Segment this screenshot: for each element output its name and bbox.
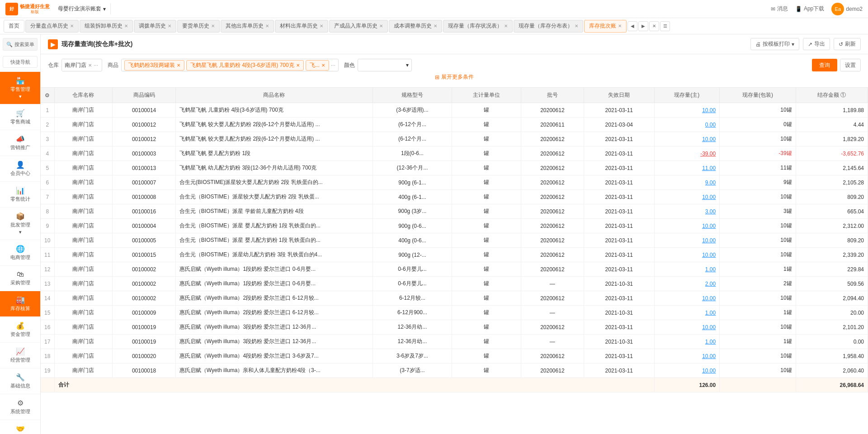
close-icon[interactable]: ✕: [504, 24, 508, 28]
qty-main-link[interactable]: 2.00: [705, 281, 716, 287]
product-chips[interactable]: 飞鹤奶粉3段两罐装 ✕ 飞鹤星飞帆 儿童奶粉 4段(3-6岁适用) 700克 ✕…: [121, 59, 339, 71]
tab-tiao-bo[interactable]: 调拨单历史 ✕: [134, 20, 176, 33]
close-icon[interactable]: ✕: [320, 24, 323, 28]
tab-yao-huo[interactable]: 要货单历史 ✕: [177, 20, 220, 33]
close-icon[interactable]: ✕: [211, 24, 215, 28]
row-qty-main[interactable]: 0.00: [654, 118, 720, 132]
qty-main-link[interactable]: -39.00: [700, 151, 716, 157]
close-icon[interactable]: ✕: [168, 24, 171, 28]
tab-cai-liao-chu[interactable]: 材料出库单历史 ✕: [275, 20, 328, 33]
color-selector[interactable]: ▾: [358, 59, 412, 71]
sidebar-item-ji-chu[interactable]: 🔧 基础信息: [0, 368, 40, 394]
row-qty-main[interactable]: -39.00: [654, 146, 720, 161]
warehouse-selector[interactable]: 南岸门店 ✕ ···: [61, 59, 102, 71]
qty-main-link[interactable]: 9.00: [705, 179, 716, 186]
close-icon[interactable]: ✕: [88, 63, 92, 68]
qty-main-link[interactable]: 1.00: [705, 339, 716, 345]
row-qty-main[interactable]: 2.00: [654, 277, 720, 291]
expand-sidebar-btn[interactable]: ▶: [48, 39, 58, 49]
row-qty-main[interactable]: 10.00: [654, 103, 720, 118]
user-area[interactable]: Ea demo2: [831, 3, 863, 15]
row-qty-main[interactable]: 11.00: [654, 161, 720, 175]
row-qty-main[interactable]: 1.00: [654, 306, 720, 320]
sidebar-item-xi-tong[interactable]: ⚙ 系统管理: [0, 394, 40, 420]
sidebar-item-cai-gou[interactable]: 🛍 采购管理: [0, 266, 40, 291]
qty-main-link[interactable]: 10.00: [702, 194, 716, 200]
qty-main-link[interactable]: 10.00: [702, 107, 716, 113]
tab-qi-ta-chu[interactable]: 其他出库单历史 ✕: [221, 20, 274, 33]
tab-next-btn[interactable]: ▶: [638, 21, 648, 31]
qty-main-link[interactable]: 1.00: [705, 310, 716, 316]
sidebar-item-pi-fa[interactable]: 📦 批发管理 ▾: [0, 208, 40, 240]
close-icon[interactable]: ✕: [434, 24, 437, 28]
sidebar-item-dian-shang[interactable]: 🌐 电商管理: [0, 240, 40, 266]
sidebar-item-ku-cun[interactable]: 🏭 库存核算: [0, 291, 40, 317]
qty-main-link[interactable]: 10.00: [702, 295, 716, 302]
refresh-btn[interactable]: ↺ 刷新: [834, 38, 861, 50]
row-qty-main[interactable]: 10.00: [654, 219, 720, 233]
tab-zu-chai[interactable]: 组装拆卸单历史 ✕: [80, 20, 133, 33]
row-qty-main[interactable]: 10.00: [654, 248, 720, 262]
row-qty-main[interactable]: 1.00: [654, 262, 720, 277]
qty-main-link[interactable]: 1.00: [705, 266, 716, 273]
close-icon[interactable]: ✕: [379, 24, 383, 28]
shortcut-btn[interactable]: 快捷导航: [3, 56, 38, 68]
sidebar-item-jing-ying[interactable]: 📈 经营管理: [0, 343, 40, 368]
tab-chan-pin-ru[interactable]: 产成品入库单历史 ✕: [329, 20, 388, 33]
expand-conditions-btn[interactable]: ⊞ 展开更多条件: [48, 71, 861, 83]
product-tag-3[interactable]: 飞... ✕: [306, 60, 329, 71]
qty-main-link[interactable]: 0.00: [705, 122, 716, 128]
close-icon[interactable]: ✕: [265, 24, 269, 28]
close-icon[interactable]: ✕: [575, 24, 578, 28]
qty-main-link[interactable]: 10.00: [702, 252, 716, 258]
row-qty-main[interactable]: 3.00: [654, 204, 720, 219]
qty-main-link[interactable]: 3.00: [705, 208, 716, 215]
product-tag-1[interactable]: 飞鹤奶粉3段两罐装 ✕: [124, 60, 184, 71]
row-qty-main[interactable]: 10.00: [654, 190, 720, 204]
settings-btn[interactable]: 设置: [840, 59, 861, 71]
qty-main-link[interactable]: 11.00: [702, 165, 716, 171]
sidebar-item-ling-shou[interactable]: 🏪 零售管理 ▾: [0, 72, 40, 104]
qty-main-link[interactable]: 10.00: [702, 353, 716, 359]
close-icon[interactable]: ✕: [70, 24, 74, 28]
sidebar-item-ying-xiao[interactable]: 📣 营销推广: [0, 130, 40, 156]
sidebar-item-zi-jin[interactable]: 💰 资金管理: [0, 317, 40, 343]
row-qty-main[interactable]: 10.00: [654, 363, 720, 378]
gear-icon[interactable]: ⚙: [45, 92, 50, 99]
search-menu-btn[interactable]: 🔍 搜索菜单: [3, 38, 38, 51]
tab-prev-btn[interactable]: ◀: [627, 21, 637, 31]
qty-main-link[interactable]: 10.00: [702, 136, 716, 142]
print-btn[interactable]: 🖨 按模板打印 ▾: [750, 38, 799, 50]
sidebar-item-ling-shou-tong-ji[interactable]: 📊 零售统计: [0, 182, 40, 208]
sidebar-item-hui-yuan[interactable]: 👤 会员中心: [0, 156, 40, 182]
tab-home[interactable]: 首页: [4, 20, 24, 33]
tab-menu-btn[interactable]: ☰: [660, 21, 670, 31]
sidebar-item-qi-ye-xie-tong[interactable]: 🤝 企业协同: [0, 420, 40, 434]
qty-main-link[interactable]: 10.00: [702, 237, 716, 244]
tab-xian-cun-fen-bu[interactable]: 现存量（库存分布表） ✕: [514, 20, 583, 33]
row-qty-main[interactable]: 1.00: [654, 335, 720, 349]
close-icon[interactable]: ✕: [124, 24, 128, 28]
row-qty-main[interactable]: 10.00: [654, 320, 720, 335]
messages-btn[interactable]: ✉ 消息: [771, 5, 788, 13]
row-qty-main[interactable]: 10.00: [654, 132, 720, 146]
row-qty-main[interactable]: 9.00: [654, 175, 720, 190]
remove-tag-icon[interactable]: ✕: [177, 63, 180, 68]
qty-main-link[interactable]: 10.00: [702, 368, 716, 374]
tab-xian-cun-ku-zhuang[interactable]: 现存量（库存状况表） ✕: [443, 20, 513, 33]
row-qty-main[interactable]: 10.00: [654, 349, 720, 363]
remove-tag-icon[interactable]: ✕: [321, 63, 325, 68]
query-btn[interactable]: 查询: [812, 59, 837, 71]
qty-main-link[interactable]: 10.00: [702, 324, 716, 330]
app-download-btn[interactable]: 📱 App下载: [795, 5, 824, 13]
tab-close-btn[interactable]: ✕: [649, 21, 659, 31]
tab-fen-pan[interactable]: 分量盘点单历史 ✕: [25, 20, 79, 33]
product-tag-2[interactable]: 飞鹤星飞帆 儿童奶粉 4段(3-6岁适用) 700克 ✕: [186, 60, 304, 71]
export-btn[interactable]: ↗ 导出: [803, 38, 830, 50]
row-qty-main[interactable]: 10.00: [654, 291, 720, 306]
qty-main-link[interactable]: 10.00: [702, 223, 716, 229]
row-qty-main[interactable]: 10.00: [654, 233, 720, 248]
industry-selector[interactable]: 母婴行业演示账套 ▾: [53, 3, 111, 14]
tab-ku-cun-pi-ci[interactable]: 库存批次账 ✕: [584, 20, 627, 33]
close-icon[interactable]: ✕: [618, 24, 622, 28]
